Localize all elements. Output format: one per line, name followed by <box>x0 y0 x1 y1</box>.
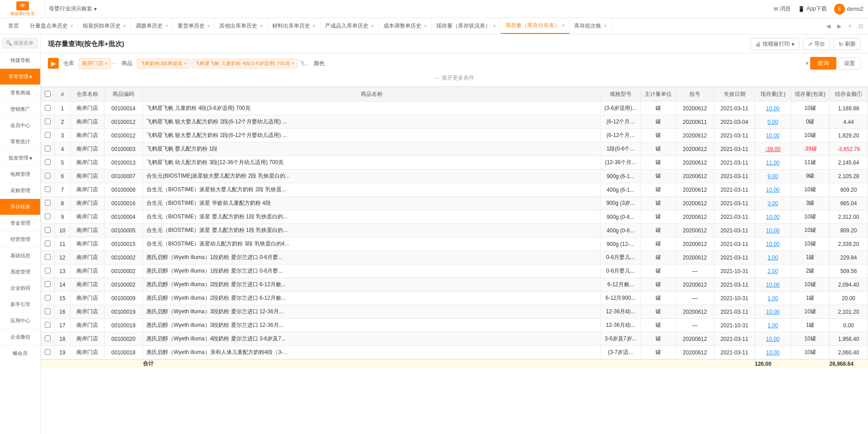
export-button[interactable]: ↗ 导出 <box>803 38 830 50</box>
tab-close-icon[interactable]: × <box>208 24 210 28</box>
stock-main-link[interactable]: 10.00 <box>766 132 779 139</box>
row-select[interactable] <box>45 227 51 233</box>
row-select[interactable] <box>45 173 51 179</box>
row-select[interactable] <box>45 281 51 287</box>
sidebar-item-basic-info[interactable]: 基础信息 <box>0 248 40 264</box>
row-checkbox[interactable] <box>41 115 55 129</box>
breadcrumb-select[interactable]: 母婴行业演示账套 ▾ <box>49 5 97 13</box>
row-checkbox[interactable] <box>41 156 55 170</box>
tab-order-history[interactable]: 要货单历史 × <box>173 18 215 34</box>
sidebar-item-retail-mgmt[interactable]: 零售管理 ▾ <box>0 69 40 85</box>
row-checkbox[interactable] <box>41 319 55 332</box>
sidebar-quick-nav[interactable]: 快捷导航 <box>0 52 40 69</box>
stock-main-link[interactable]: 10.00 <box>766 105 779 112</box>
message-item[interactable]: ✉ 消息 <box>774 5 791 13</box>
sidebar-item-ecommerce[interactable]: 电商管理 <box>0 166 40 183</box>
user-item[interactable]: E demo2 <box>834 4 863 14</box>
tab-home[interactable]: 首页 <box>2 18 25 34</box>
tab-close-icon[interactable]: × <box>123 24 126 28</box>
row-checkbox[interactable] <box>41 102 55 115</box>
row-select[interactable] <box>45 254 51 260</box>
stock-main-link[interactable]: 1.00 <box>768 322 778 329</box>
stock-main-link[interactable]: 2.00 <box>768 268 778 274</box>
row-checkbox[interactable] <box>41 292 55 305</box>
row-select[interactable] <box>45 132 51 138</box>
stock-main-link[interactable]: 10.00 <box>766 309 779 315</box>
stock-main-link[interactable]: 9.00 <box>768 173 778 179</box>
tab-material-outbound[interactable]: 材料出库单历史 × <box>268 18 321 34</box>
row-checkbox[interactable] <box>41 183 55 197</box>
row-checkbox[interactable] <box>41 142 55 156</box>
sidebar-item-retail-shop[interactable]: 零售商城 <box>0 85 40 101</box>
color-filter-dropdown[interactable]: ▾ <box>806 60 808 66</box>
sidebar-search-box[interactable]: 🔍 搜索英单 <box>3 38 38 48</box>
tab-finished-inbound[interactable]: 产成品入库单历史 × <box>321 18 379 34</box>
row-checkbox[interactable] <box>41 251 55 264</box>
stock-main-link[interactable]: 10.00 <box>766 349 779 356</box>
expand-more-button[interactable]: ⋯ 展开更多条件 <box>434 74 474 82</box>
sidebar-item-member[interactable]: 畅会员 <box>0 345 40 362</box>
settings-button[interactable]: 设置 <box>838 57 861 70</box>
filter-expand-button[interactable]: ▶ <box>48 58 59 69</box>
row-select[interactable] <box>45 295 51 301</box>
tab-close-icon[interactable]: × <box>71 24 73 28</box>
row-select[interactable] <box>45 118 51 124</box>
stock-main-link[interactable]: 3.00 <box>768 200 778 207</box>
tab-close-icon[interactable]: × <box>260 24 263 28</box>
stock-main-link[interactable]: 10.00 <box>766 187 779 193</box>
sidebar-item-app-center[interactable]: 应用中心 <box>0 313 40 329</box>
app-download-item[interactable]: 📱 App下载 <box>798 5 827 13</box>
row-select[interactable] <box>45 268 51 274</box>
tab-transfer[interactable]: 调拨单历史 × <box>131 18 173 34</box>
product-tag-1-close[interactable]: × <box>184 61 187 66</box>
row-select[interactable] <box>45 322 51 328</box>
row-checkbox[interactable] <box>41 129 55 142</box>
tab-menu-btn[interactable]: ⊡ <box>855 21 866 32</box>
tab-close-icon[interactable]: × <box>604 24 607 28</box>
tab-stock-status[interactable]: 现存量（库存状况表） × <box>432 18 501 34</box>
row-checkbox[interactable] <box>41 264 55 278</box>
row-select[interactable] <box>45 186 51 192</box>
stock-main-link[interactable]: 10.00 <box>766 241 779 247</box>
sidebar-item-marketing[interactable]: 营销推广 <box>0 101 40 118</box>
row-checkbox[interactable] <box>41 170 55 183</box>
row-select[interactable] <box>45 349 51 355</box>
stock-main-link[interactable]: -39.00 <box>765 146 780 152</box>
sidebar-item-operations[interactable]: 经营管理 <box>0 231 40 248</box>
sidebar-item-new-guide[interactable]: 新手引导 <box>0 297 40 313</box>
sidebar-item-inventory[interactable]: 库存核算 <box>0 199 40 215</box>
tab-other-outbound[interactable]: 其他出库单历史 × <box>215 18 268 34</box>
stock-main-link[interactable]: 0.00 <box>768 119 778 125</box>
tab-close-icon[interactable]: × <box>493 24 496 28</box>
row-select[interactable] <box>45 146 51 151</box>
tab-close-icon[interactable]: × <box>562 23 565 28</box>
template-print-button[interactable]: 🖨 按模板打印 ▾ <box>750 38 799 50</box>
stock-main-link[interactable]: 10.00 <box>766 282 779 288</box>
refresh-button[interactable]: ↻ 刷新 <box>834 38 861 50</box>
sidebar-item-member-center[interactable]: 会员中心 <box>0 118 40 134</box>
tab-stock-distribution[interactable]: 现存量（库存分布表） × <box>501 18 570 34</box>
sidebar-item-system[interactable]: 系统管理 <box>0 264 40 280</box>
row-checkbox[interactable] <box>41 237 55 251</box>
stock-main-link[interactable]: 10.00 <box>766 214 779 220</box>
select-all-checkbox[interactable] <box>45 91 51 97</box>
product-tag-2-close[interactable]: × <box>292 61 294 66</box>
sidebar-item-corp-collab[interactable]: 企业协同 <box>0 280 40 297</box>
tab-close-all-btn[interactable]: × <box>844 21 855 32</box>
sidebar-item-retail-stats[interactable]: 零售统计 <box>0 134 40 150</box>
stock-main-link[interactable]: 11.00 <box>766 160 779 166</box>
tab-close-icon[interactable]: × <box>313 24 316 28</box>
row-select[interactable] <box>45 213 51 219</box>
row-checkbox[interactable] <box>41 332 55 346</box>
row-select[interactable] <box>45 159 51 165</box>
row-checkbox[interactable] <box>41 278 55 292</box>
row-select[interactable] <box>45 200 51 206</box>
sidebar-item-finance[interactable]: 资金管理 <box>0 215 40 231</box>
stock-main-link[interactable]: 10.00 <box>766 227 779 234</box>
tab-combo-disassemble[interactable]: 组装拆卸单历史 × <box>78 18 131 34</box>
row-select[interactable] <box>45 335 51 341</box>
row-checkbox[interactable] <box>41 346 55 360</box>
tab-next-btn[interactable]: ▶ <box>834 21 844 32</box>
row-checkbox[interactable] <box>41 224 55 237</box>
row-select[interactable] <box>45 308 51 314</box>
